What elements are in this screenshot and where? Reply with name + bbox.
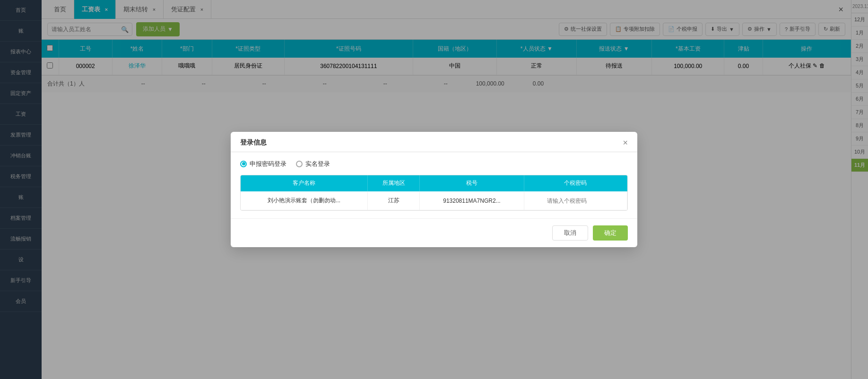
client-table: 客户名称 所属地区 税号 个税密码 刘小艳演示账套（勿删勿动... 江苏 913… — [241, 175, 627, 211]
dialog-title: 登录信息 — [240, 138, 267, 147]
radio-label-realname: 实名登录 — [305, 160, 330, 168]
client-table-row: 刘小艳演示账套（勿删勿动... 江苏 91320811MA7NGR2... — [241, 191, 627, 210]
individual-tax-password-input[interactable] — [547, 198, 604, 204]
dialog-confirm-button[interactable]: 确定 — [593, 225, 628, 241]
radio-label-password: 申报密码登录 — [250, 160, 286, 168]
dialog-cancel-button[interactable]: 取消 — [552, 225, 588, 241]
radio-password-login[interactable]: 申报密码登录 — [240, 160, 286, 168]
dialog-col-password: 个税密码 — [524, 175, 627, 191]
modal-overlay: 登录信息 × 申报密码登录 实名登录 客户名称 — [0, 0, 868, 379]
client-password-cell[interactable] — [524, 191, 627, 210]
dialog-col-region: 所属地区 — [368, 175, 420, 191]
client-tax-cell: 91320811MA7NGR2... — [420, 191, 524, 210]
dialog-col-client: 客户名称 — [241, 175, 368, 191]
client-region-cell: 江苏 — [368, 191, 420, 210]
dialog-close-button[interactable]: × — [623, 138, 628, 147]
dialog-header: 登录信息 × — [231, 132, 637, 152]
client-table-wrap: 客户名称 所属地区 税号 个税密码 刘小艳演示账套（勿删勿动... 江苏 913… — [240, 175, 628, 211]
client-name-cell: 刘小艳演示账套（勿删勿动... — [241, 191, 368, 210]
radio-dot-realname — [296, 161, 303, 167]
dialog-body: 申报密码登录 实名登录 客户名称 所属地区 税号 个税密码 — [231, 152, 637, 219]
login-type-radio-group: 申报密码登录 实名登录 — [240, 160, 628, 168]
radio-dot-password — [240, 161, 247, 167]
radio-realname-login[interactable]: 实名登录 — [296, 160, 330, 168]
login-dialog: 登录信息 × 申报密码登录 实名登录 客户名称 — [231, 132, 637, 248]
dialog-col-tax: 税号 — [420, 175, 524, 191]
dialog-footer: 取消 确定 — [231, 218, 637, 247]
